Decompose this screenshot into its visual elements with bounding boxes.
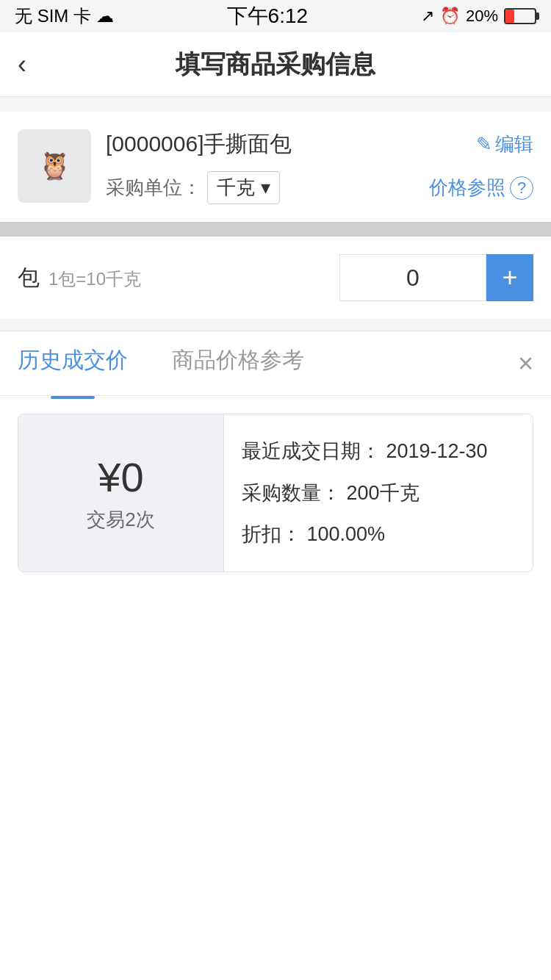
qty-hint: 1包=10千克: [48, 267, 141, 291]
tab-close-button[interactable]: ×: [518, 348, 533, 379]
status-bar: 无 SIM 卡 ☁ 下午6:12 ↗ ⏰ 20%: [0, 0, 551, 32]
status-right: ↗ ⏰ 20%: [421, 7, 536, 26]
divider-bar: [0, 222, 551, 237]
unit-select-dropdown[interactable]: 千克 ▾: [207, 171, 280, 204]
unit-section: 采购单位： 千克 ▾: [106, 171, 280, 204]
transaction-right: 最近成交日期： 2019-12-30 采购数量： 200千克 折扣： 100.0…: [224, 414, 533, 572]
tab-list: 历史成交价 商品价格参考: [18, 345, 304, 381]
alarm-icon: ⏰: [440, 7, 460, 26]
price-ref-icon: ?: [510, 176, 533, 200]
page-title: 填写商品采购信息: [176, 48, 375, 82]
recent-date-label: 最近成交日期：: [242, 440, 381, 462]
unit-label: 采购单位：: [106, 175, 201, 201]
sim-wifi-label: 无 SIM 卡 ☁: [15, 4, 114, 28]
product-info: [0000006]手撕面包 ✎ 编辑 采购单位： 千克 ▾ 价格参照 ?: [106, 129, 533, 204]
price-ref-label: 价格参照: [429, 175, 505, 201]
status-time: 下午6:12: [227, 2, 309, 30]
tab-header: 历史成交价 商品价格参考 ×: [0, 331, 551, 396]
quantity-value: 200千克: [347, 482, 419, 504]
edit-label: 编辑: [495, 131, 533, 157]
recent-date-value: 2019-12-30: [386, 440, 488, 462]
bottom-space: [0, 590, 551, 981]
back-button[interactable]: ‹: [18, 49, 26, 80]
unit-row: 采购单位： 千克 ▾ 价格参照 ?: [106, 171, 533, 204]
purchase-qty-row: 采购数量： 200千克: [242, 478, 515, 508]
qty-input-group: +: [339, 254, 533, 301]
qty-input[interactable]: [339, 254, 486, 301]
unit-value: 千克: [217, 175, 255, 201]
dropdown-icon: ▾: [261, 176, 270, 199]
qty-label-group: 包 1包=10千克: [18, 263, 141, 293]
product-thumb-icon: 🦉: [38, 151, 71, 181]
discount-row: 折扣： 100.00%: [242, 519, 515, 550]
tab-reference-label: 商品价格参考: [172, 347, 304, 372]
battery-percent: 20%: [466, 7, 498, 26]
product-name-row: [0000006]手撕面包 ✎ 编辑: [106, 129, 533, 159]
recent-date-row: 最近成交日期： 2019-12-30: [242, 436, 515, 466]
location-icon: ↗: [421, 7, 434, 26]
product-card: 🦉 [0000006]手撕面包 ✎ 编辑 采购单位： 千克 ▾ 价格参照 ?: [0, 112, 551, 222]
transaction-left: ¥0 交易2次: [18, 414, 224, 572]
battery-icon: [504, 8, 536, 24]
tab-content: ¥0 交易2次 最近成交日期： 2019-12-30 采购数量： 200千克 折…: [0, 396, 551, 590]
transaction-price: ¥0: [98, 453, 143, 501]
discount-value: 100.00%: [307, 523, 386, 545]
product-thumbnail: 🦉: [18, 129, 91, 203]
tab-history-price[interactable]: 历史成交价: [18, 345, 128, 381]
transaction-card: ¥0 交易2次 最近成交日期： 2019-12-30 采购数量： 200千克 折…: [18, 414, 533, 572]
quantity-row: 包 1包=10千克 +: [0, 237, 551, 319]
edit-button[interactable]: ✎ 编辑: [476, 131, 533, 157]
nav-bar: ‹ 填写商品采购信息: [0, 32, 551, 97]
tab-area: 历史成交价 商品价格参考 × ¥0 交易2次 最近成交日期： 2019-12-3…: [0, 331, 551, 590]
qty-unit-label: 包: [18, 263, 40, 293]
price-reference-button[interactable]: 价格参照 ?: [429, 175, 533, 201]
product-name: [0000006]手撕面包: [106, 129, 292, 159]
edit-icon: ✎: [476, 133, 492, 156]
quantity-label: 采购数量：: [242, 482, 341, 504]
discount-label: 折扣：: [242, 523, 301, 545]
tab-history-label: 历史成交价: [18, 347, 128, 372]
status-left: 无 SIM 卡 ☁: [15, 4, 114, 28]
trade-count: 交易2次: [87, 507, 154, 533]
qty-plus-button[interactable]: +: [486, 254, 533, 301]
tab-product-reference[interactable]: 商品价格参考: [172, 345, 304, 381]
